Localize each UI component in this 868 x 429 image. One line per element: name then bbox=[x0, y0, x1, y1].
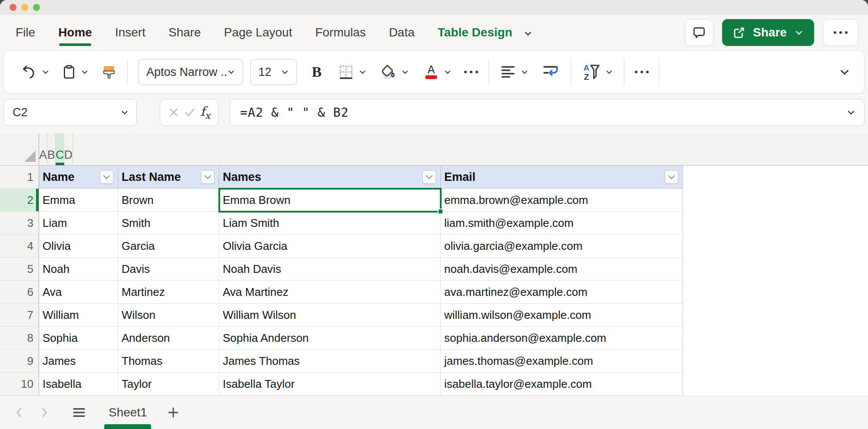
empty-area[interactable] bbox=[683, 281, 868, 304]
close-window-button[interactable] bbox=[10, 4, 17, 11]
wrap-text-button[interactable] bbox=[541, 62, 560, 82]
format-painter-button[interactable] bbox=[101, 64, 117, 80]
undo-button[interactable] bbox=[21, 64, 50, 80]
cell-B3[interactable]: Smith bbox=[118, 212, 219, 235]
menu-tab-page-layout[interactable]: Page Layout bbox=[224, 23, 292, 42]
cell-D1[interactable]: Email bbox=[441, 166, 683, 189]
row-header-4[interactable]: 4 bbox=[0, 235, 39, 258]
cell-C10[interactable]: Isabella Taylor bbox=[219, 373, 441, 396]
column-header-A[interactable]: A bbox=[39, 133, 47, 165]
bold-button[interactable]: B bbox=[312, 64, 322, 80]
ribbon-more-button[interactable] bbox=[635, 71, 649, 73]
row-header-6[interactable]: 6 bbox=[0, 281, 39, 304]
sheet-tab-sheet1[interactable]: Sheet1 bbox=[108, 396, 148, 429]
cell-B8[interactable]: Anderson bbox=[118, 327, 219, 350]
insert-function-icon[interactable]: fx bbox=[200, 104, 210, 121]
cell-A6[interactable]: Ava bbox=[39, 281, 118, 304]
column-header-C[interactable]: C bbox=[56, 133, 64, 165]
filter-button-C[interactable] bbox=[422, 170, 436, 184]
paste-button[interactable] bbox=[61, 64, 89, 80]
empty-area[interactable] bbox=[683, 327, 868, 350]
cell-C3[interactable]: Liam Smith bbox=[219, 212, 441, 235]
cell-A9[interactable]: James bbox=[39, 350, 118, 373]
font-color-button[interactable]: A bbox=[422, 63, 452, 81]
menu-tab-share[interactable]: Share bbox=[168, 23, 201, 42]
menu-tab-file[interactable]: File bbox=[16, 23, 35, 42]
row-header-8[interactable]: 8 bbox=[0, 327, 39, 350]
font-name-select[interactable]: Aptos Narrow ... bbox=[138, 59, 243, 85]
row-header-5[interactable]: 5 bbox=[0, 258, 39, 281]
cell-D8[interactable]: sophia.anderson@example.com bbox=[441, 327, 683, 350]
empty-area[interactable] bbox=[683, 166, 868, 189]
row-header-1[interactable]: 1 bbox=[0, 166, 39, 189]
cell-A5[interactable]: Noah bbox=[39, 258, 118, 281]
select-all-corner[interactable] bbox=[0, 133, 39, 165]
empty-area[interactable] bbox=[683, 373, 868, 396]
menu-tab-home[interactable]: Home bbox=[58, 23, 92, 42]
cell-D4[interactable]: olivia.garcia@example.com bbox=[441, 235, 683, 258]
more-options-button[interactable] bbox=[823, 19, 858, 46]
cell-D7[interactable]: william.wilson@example.com bbox=[441, 304, 683, 327]
empty-area[interactable] bbox=[683, 350, 868, 373]
zoom-window-button[interactable] bbox=[33, 4, 40, 11]
column-header-B[interactable]: B bbox=[47, 133, 56, 165]
comments-button[interactable] bbox=[685, 19, 713, 46]
font-size-select[interactable]: 12 bbox=[250, 59, 297, 85]
cell-B6[interactable]: Martinez bbox=[118, 281, 219, 304]
cell-A4[interactable]: Olivia bbox=[39, 235, 118, 258]
cell-B5[interactable]: Davis bbox=[118, 258, 219, 281]
menu-tab-insert[interactable]: Insert bbox=[115, 23, 145, 42]
collapse-ribbon-button[interactable] bbox=[838, 65, 851, 79]
menu-tab-data[interactable]: Data bbox=[389, 23, 415, 42]
sheet-list-button[interactable] bbox=[71, 405, 87, 420]
cell-A2[interactable]: Emma bbox=[39, 189, 118, 212]
previous-sheet-button[interactable] bbox=[10, 406, 29, 419]
menu-tab-table-design[interactable]: Table Design bbox=[438, 23, 533, 42]
cell-B4[interactable]: Garcia bbox=[118, 235, 219, 258]
cell-B10[interactable]: Taylor bbox=[118, 373, 219, 396]
cell-C5[interactable]: Noah Davis bbox=[219, 258, 441, 281]
cell-C7[interactable]: William Wilson bbox=[219, 304, 441, 327]
cell-C9[interactable]: James Thomas bbox=[219, 350, 441, 373]
next-sheet-button[interactable] bbox=[35, 406, 54, 419]
empty-area[interactable] bbox=[683, 304, 868, 327]
cell-A3[interactable]: Liam bbox=[39, 212, 118, 235]
cell-D3[interactable]: liam.smith@example.com bbox=[441, 212, 683, 235]
cell-C1[interactable]: Names bbox=[219, 166, 441, 189]
filter-button-A[interactable] bbox=[100, 170, 113, 184]
add-sheet-button[interactable] bbox=[166, 406, 180, 419]
fill-color-button[interactable] bbox=[380, 63, 409, 81]
empty-area[interactable] bbox=[683, 189, 868, 212]
cell-A7[interactable]: William bbox=[39, 304, 118, 327]
empty-area[interactable] bbox=[683, 235, 868, 258]
cell-A8[interactable]: Sophia bbox=[39, 327, 118, 350]
cell-A1[interactable]: Name bbox=[39, 166, 118, 189]
cell-B7[interactable]: Wilson bbox=[118, 304, 219, 327]
cell-A10[interactable]: Isabella bbox=[39, 373, 118, 396]
cell-C4[interactable]: Olivia Garcia bbox=[219, 235, 441, 258]
share-button[interactable]: Share bbox=[722, 19, 814, 46]
minimize-window-button[interactable] bbox=[21, 4, 28, 11]
filter-button-B[interactable] bbox=[201, 170, 215, 184]
column-header-D[interactable]: D bbox=[64, 133, 73, 165]
row-header-3[interactable]: 3 bbox=[0, 212, 39, 235]
cell-C8[interactable]: Sophia Anderson bbox=[219, 327, 441, 350]
name-box[interactable]: C2 bbox=[3, 99, 137, 126]
cell-D10[interactable]: isabella.taylor@example.com bbox=[441, 373, 683, 396]
empty-area[interactable] bbox=[683, 258, 868, 281]
cell-C2[interactable]: Emma Brown bbox=[219, 189, 441, 212]
menu-tab-formulas[interactable]: Formulas bbox=[315, 23, 366, 42]
cell-D6[interactable]: ava.martinez@example.com bbox=[441, 281, 683, 304]
empty-area[interactable] bbox=[683, 212, 868, 235]
cancel-icon[interactable] bbox=[168, 107, 179, 118]
cell-C6[interactable]: Ava Martinez bbox=[219, 281, 441, 304]
cell-D2[interactable]: emma.brown@example.com bbox=[441, 189, 683, 212]
row-header-9[interactable]: 9 bbox=[0, 350, 39, 373]
cell-D9[interactable]: james.thomas@example.com bbox=[441, 350, 683, 373]
cell-B9[interactable]: Thomas bbox=[118, 350, 219, 373]
filter-button-D[interactable] bbox=[665, 170, 678, 184]
font-more-options-button[interactable] bbox=[464, 71, 478, 73]
row-header-2[interactable]: 2 bbox=[0, 189, 39, 212]
cell-B1[interactable]: Last Name bbox=[118, 166, 219, 189]
cell-B2[interactable]: Brown bbox=[118, 189, 219, 212]
